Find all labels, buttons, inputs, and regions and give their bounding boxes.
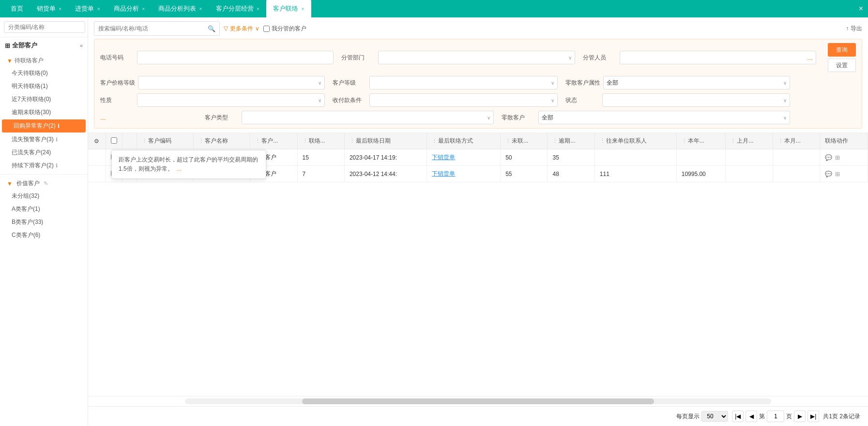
last-page-button[interactable]: ▶| [807, 411, 819, 422]
nav-product-analysis[interactable]: 商品分析 × [107, 0, 152, 17]
row1-this-month [773, 149, 820, 166]
close-product-analysis-icon[interactable]: × [142, 6, 145, 12]
grid-icon: ⊞ [5, 42, 10, 49]
nav-customer-contact[interactable]: 客户联络 × [266, 0, 311, 17]
sidebar-search-area: 🔍 [0, 17, 88, 37]
filter-icon: ▽ [224, 25, 228, 32]
table-code-col: ⋮客户编码 [137, 133, 193, 149]
settings-button[interactable]: 设置 [828, 59, 856, 72]
retail-attr-field: 零散客户属性 全部 ∨ [565, 76, 790, 89]
close-product-list-icon[interactable]: × [199, 6, 202, 12]
sidebar: 🔍 ⊞ 全部客户 « ▼ 待联络客户 今天待联络(0) 明天待联络(1) 近7天… [0, 17, 88, 426]
row2-this-month [773, 166, 820, 182]
filter-row-3: 性质 ∨ 收付款条件 ∨ 状态 [100, 93, 856, 107]
row2-grid-icon[interactable]: ⊞ [835, 171, 840, 177]
my-customers-checkbox[interactable] [263, 26, 270, 32]
retail-attr-select[interactable]: 全部 ∨ [603, 76, 790, 89]
row1-grid-icon[interactable]: ⊞ [835, 154, 840, 161]
week-pending-item[interactable]: 近7天待联络(0) [0, 93, 88, 106]
export-button[interactable]: ↑ 导出 [846, 25, 862, 33]
price-level-select[interactable]: ∨ [138, 76, 325, 89]
filter-actions: 查询 设置 [828, 43, 856, 72]
payment-select[interactable]: ∨ [369, 93, 557, 107]
overdue-pending-item[interactable]: 逾期未联络(30) [0, 106, 88, 119]
ungroup-item[interactable]: 未分组(32) [0, 190, 88, 203]
page-number-input[interactable] [767, 411, 784, 422]
retail-customer-select[interactable]: 全部 ∨ [538, 111, 791, 124]
table-last-month-col: ⋮上月... [726, 133, 773, 149]
horizontal-scrollbar-area [88, 396, 868, 406]
row1-unit-contact [594, 149, 676, 166]
table-contact-col: ⋮联络... [297, 133, 344, 149]
tomorrow-pending-item[interactable]: 明天待联络(1) [0, 80, 88, 93]
today-pending-item[interactable]: 今天待联络(0) [0, 67, 88, 80]
row1-this-year [676, 149, 726, 166]
nav-product-analysis-list[interactable]: 商品分析列表 × [152, 0, 209, 17]
customer-level-select[interactable]: ∨ [369, 76, 557, 89]
sidebar-collapse-icon[interactable]: « [80, 43, 83, 48]
edit-icon[interactable]: ✎ [44, 180, 48, 187]
row2-contact: 7 [297, 166, 344, 182]
churned-item[interactable]: 已流失客户(24) [0, 146, 88, 159]
dept-select[interactable]: ∨ [378, 51, 575, 64]
close-customer-seg-icon[interactable]: × [257, 6, 259, 12]
nav-sales-order[interactable]: 销货单 × [30, 0, 68, 17]
table-settings-col[interactable]: ⚙ [88, 133, 106, 149]
churn-warning-item[interactable]: 流失预警客户(3) ℹ [0, 133, 88, 146]
declining-item[interactable]: 持续下滑客户(2) ℹ [0, 159, 88, 172]
repurchase-abnormal-item[interactable]: 回购异常客户(2) ℹ [2, 119, 86, 132]
close-customer-contact-icon[interactable]: × [301, 6, 304, 12]
row1-overdue: 35 [548, 149, 594, 166]
gender-arrow-icon: ∨ [318, 98, 321, 103]
table-last-method-col: ⋮最后联络方式 [427, 133, 501, 149]
a-class-item[interactable]: A类客户(1) [0, 203, 88, 216]
sidebar-search-input[interactable] [4, 21, 85, 33]
my-customers-checkbox-wrap[interactable]: 我分管的客户 [263, 25, 306, 33]
query-button[interactable]: 查询 [828, 43, 856, 57]
main-search-icon[interactable]: 🔍 [208, 25, 215, 32]
pending-contact-group[interactable]: ▼ 待联络客户 [0, 54, 88, 67]
nav-customer-segmentation[interactable]: 客户分层经营 × [209, 0, 266, 17]
customer-type-select[interactable]: ∨ [242, 111, 494, 124]
main-search-input[interactable] [98, 25, 206, 32]
value-customer-group[interactable]: ▼ 价值客户 ✎ [0, 176, 88, 190]
filter-row1: 🔍 ▽ 更多条件 ∨ 我分管的客户 ↑ 导出 [94, 21, 862, 36]
nav-home[interactable]: 首页 [4, 0, 30, 17]
filter-row-2: 客户价格等级 ∨ 客户等级 ∨ 零散客户属性 [100, 76, 856, 89]
close-sales-order-icon[interactable]: × [59, 6, 61, 12]
arrow-down-icon: ▼ [7, 58, 13, 64]
filter-row-1: 电话号码 分管部门 ∨ 分管人员 ... [100, 43, 856, 72]
horizontal-scrollbar[interactable] [185, 398, 771, 404]
prev-page-button[interactable]: ◀ [746, 411, 757, 422]
gender-select[interactable]: ∨ [137, 93, 325, 107]
per-page-select[interactable]: 50 100 200 [701, 411, 728, 422]
phone-input[interactable] [137, 51, 334, 64]
export-icon: ↑ [846, 25, 849, 32]
row1-comment-icon[interactable]: 💬 [825, 154, 832, 161]
row2-overdue: 48 [548, 166, 594, 182]
row2-comment-icon[interactable]: 💬 [825, 171, 832, 177]
c-class-item[interactable]: C类客户(6) [0, 229, 88, 242]
scrollbar-thumb [302, 398, 654, 404]
close-all-tabs-icon[interactable]: × [859, 4, 863, 13]
next-page-button[interactable]: ▶ [794, 411, 806, 422]
manager-select[interactable]: ... [620, 51, 816, 64]
all-customers-section[interactable]: ⊞ 全部客户 « [0, 37, 88, 54]
row1-last-method: 下销货单 [427, 149, 501, 166]
first-page-button[interactable]: |◀ [732, 411, 744, 422]
close-purchase-icon[interactable]: × [97, 6, 100, 12]
status-select[interactable]: ∨ [602, 93, 790, 107]
row1-contact: 15 [297, 149, 344, 166]
arrow-down2-icon: ▼ [7, 180, 13, 187]
retail-customer-field: 零散客户 全部 ∨ [502, 111, 791, 124]
gender-field: 性质 ∨ [100, 93, 325, 107]
more-conditions-button[interactable]: ▽ 更多条件 ∨ [224, 25, 259, 33]
customer-type-field: 客户类型 ∨ [205, 111, 494, 124]
top-navigation: 首页 销货单 × 进货单 × 商品分析 × 商品分析列表 × 客户分层经营 × … [0, 0, 868, 17]
nav-purchase-order[interactable]: 进货单 × [68, 0, 107, 17]
b-class-item[interactable]: B类客户(33) [0, 216, 88, 229]
manager-ellipsis[interactable]: ... [807, 54, 813, 61]
select-all-checkbox[interactable] [111, 137, 117, 144]
row2-last-method: 下销货单 [427, 166, 501, 182]
main-search-wrap: 🔍 [94, 21, 220, 36]
